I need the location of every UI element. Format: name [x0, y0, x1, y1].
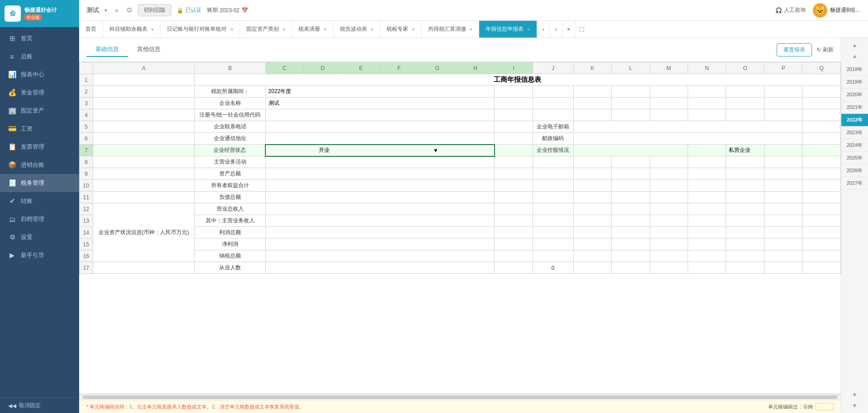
- cell-13N[interactable]: [688, 215, 726, 227]
- cell-12P[interactable]: [764, 203, 802, 215]
- cell-12O[interactable]: [726, 203, 764, 215]
- tab-annual-report[interactable]: 年报信息申报表 ×: [479, 21, 537, 38]
- cell-16I[interactable]: [495, 250, 533, 262]
- col-header-B[interactable]: B: [194, 62, 265, 74]
- year-item-2020[interactable]: 2020年: [841, 89, 868, 101]
- cell-12K[interactable]: [573, 203, 611, 215]
- tab-close-fluctuation[interactable]: ×: [371, 27, 373, 32]
- cell-16O[interactable]: [726, 250, 764, 262]
- cell-15L[interactable]: [612, 239, 650, 250]
- cell-17N[interactable]: [688, 262, 726, 274]
- tab-tax-fluctuation[interactable]: 税负波动表 ×: [334, 21, 380, 38]
- spreadsheet-hscroll[interactable]: [79, 394, 841, 400]
- cell-11L[interactable]: [612, 192, 650, 203]
- cell-10J[interactable]: [533, 180, 573, 192]
- cell-5I[interactable]: [495, 121, 533, 133]
- sidebar-item-reports[interactable]: 📊 报表中心: [0, 66, 79, 84]
- cell-15M[interactable]: [650, 239, 688, 250]
- cell-7P[interactable]: [764, 145, 802, 156]
- cell-7O[interactable]: 私营企业: [726, 145, 764, 156]
- cell-14P[interactable]: [764, 227, 802, 239]
- cell-8N[interactable]: [688, 156, 726, 168]
- cell-6C[interactable]: [265, 133, 495, 145]
- cell-3N[interactable]: [688, 98, 726, 109]
- cell-10N[interactable]: [688, 180, 726, 192]
- cell-10K[interactable]: [573, 180, 611, 192]
- cell-4Q[interactable]: [802, 109, 841, 121]
- cell-15J[interactable]: [533, 239, 573, 250]
- cell-13J[interactable]: [533, 215, 573, 227]
- col-header-D[interactable]: D: [304, 62, 342, 74]
- col-header-M[interactable]: M: [650, 62, 688, 74]
- cell-3A[interactable]: [93, 98, 195, 109]
- cell-8L[interactable]: [612, 156, 650, 168]
- cell-11P[interactable]: [764, 192, 802, 203]
- cell-15P[interactable]: [764, 239, 802, 250]
- col-header-J[interactable]: J: [533, 62, 573, 74]
- sidebar-item-finance[interactable]: 💰 资金管理: [0, 84, 79, 102]
- sidebar-item-assets[interactable]: 🏢 固定资产: [0, 102, 79, 120]
- cell-14Q[interactable]: [802, 227, 841, 239]
- tab-close-inspection[interactable]: ×: [412, 27, 415, 32]
- cell-1A[interactable]: [93, 74, 195, 86]
- cell-3L[interactable]: [612, 98, 650, 109]
- cell-5C[interactable]: [265, 121, 495, 133]
- cell-17M[interactable]: [650, 262, 688, 274]
- year-scroll-up2-button[interactable]: ▲: [841, 51, 868, 61]
- cell-8M[interactable]: [650, 156, 688, 168]
- cell-16C[interactable]: [265, 250, 495, 262]
- cell-12J[interactable]: [533, 203, 573, 215]
- cell-9L[interactable]: [612, 168, 650, 180]
- cell-10Q[interactable]: [802, 180, 841, 192]
- tab-close-bank[interactable]: ×: [230, 27, 233, 32]
- topbar-add-button[interactable]: ＋: [113, 6, 121, 14]
- cell-17C[interactable]: [265, 262, 495, 274]
- cell-12L[interactable]: [612, 203, 650, 215]
- col-header-N[interactable]: N: [688, 62, 726, 74]
- cell-2K[interactable]: [573, 86, 611, 98]
- cell-12I[interactable]: [495, 203, 533, 215]
- year-item-2027[interactable]: 2027年: [841, 177, 868, 190]
- year-item-2026[interactable]: 2026年: [841, 164, 868, 177]
- cell-8A[interactable]: [93, 156, 195, 168]
- tab-home[interactable]: 首页: [79, 21, 103, 38]
- cell-11N[interactable]: [688, 192, 726, 203]
- cell-7N[interactable]: [688, 145, 726, 156]
- cell-13I[interactable]: [495, 215, 533, 227]
- cell-15C[interactable]: [265, 239, 495, 250]
- cell-2M[interactable]: [650, 86, 688, 98]
- year-scroll-down2-button[interactable]: ▼: [841, 400, 868, 411]
- topbar-dropdown-arrow[interactable]: ▾: [104, 7, 107, 14]
- sidebar-item-purchase[interactable]: 📦 进销台账: [0, 156, 79, 174]
- col-header-E[interactable]: E: [342, 62, 380, 74]
- year-item-2021[interactable]: 2021年: [841, 101, 868, 114]
- cell-10C[interactable]: [265, 180, 495, 192]
- cell-2Q[interactable]: [802, 86, 841, 98]
- cell-15Q[interactable]: [802, 239, 841, 250]
- cell-4K[interactable]: [573, 109, 611, 121]
- tab-auxiliary-balance[interactable]: 科目辅助余额表 ×: [103, 21, 160, 38]
- cell-16N[interactable]: [688, 250, 726, 262]
- tab-close-asset[interactable]: ×: [283, 27, 285, 32]
- sidebar-item-close[interactable]: ✔ 结账: [0, 192, 79, 210]
- cell-4N[interactable]: [688, 109, 726, 121]
- cell-17Q[interactable]: [802, 262, 841, 274]
- cell-14K[interactable]: [573, 227, 611, 239]
- cell-17O[interactable]: [726, 262, 764, 274]
- cell-9J[interactable]: [533, 168, 573, 180]
- sidebar-item-home[interactable]: ⊞ 首页: [0, 29, 79, 47]
- cell-17J[interactable]: 0: [533, 262, 573, 274]
- cell-13K[interactable]: [573, 215, 611, 227]
- switch-old-version-button[interactable]: 切到旧版: [138, 4, 171, 16]
- cell-2A[interactable]: [93, 86, 195, 98]
- cell-9A[interactable]: [93, 168, 195, 180]
- col-header-O[interactable]: O: [726, 62, 764, 74]
- cell-8J[interactable]: [533, 156, 573, 168]
- tab-close-incometax[interactable]: ×: [470, 27, 472, 32]
- sidebar-item-tax[interactable]: 🧾 税务管理: [0, 174, 79, 192]
- cell-14I[interactable]: [495, 227, 533, 239]
- tab-next-button[interactable]: ›: [550, 21, 562, 38]
- cell-9M[interactable]: [650, 168, 688, 180]
- cell-8O[interactable]: [726, 156, 764, 168]
- cell-4L[interactable]: [612, 109, 650, 121]
